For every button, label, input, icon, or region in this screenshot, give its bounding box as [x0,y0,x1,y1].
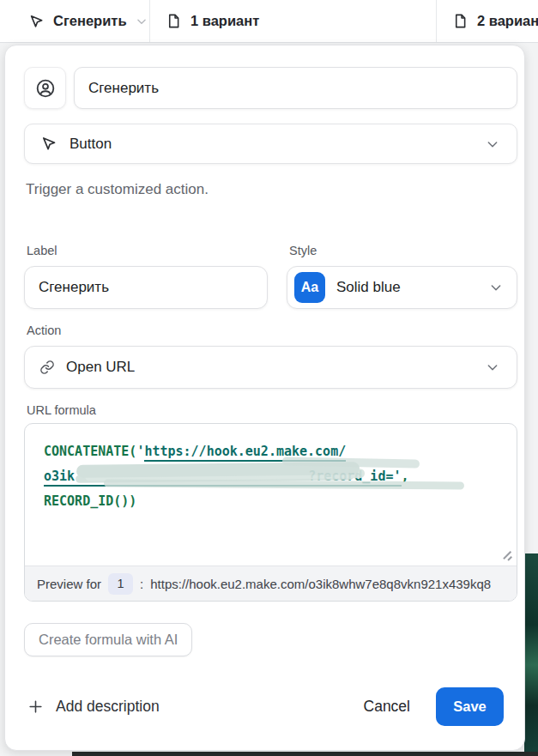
button-cursor-icon [39,135,57,153]
plus-icon [27,699,44,715]
chevron-down-icon [486,360,499,374]
field-name-input[interactable] [74,67,517,109]
cancel-button[interactable]: Cancel [364,698,410,716]
field-header-generate[interactable]: Сгенерить [0,0,149,42]
chevron-down-icon[interactable] [136,15,148,27]
style-value: Solid blue [336,279,478,296]
field-header-label: Сгенерить [53,13,127,29]
action-field-label: Action [27,324,61,337]
field-header-label: 2 вариант [477,13,538,29]
preview-label: Preview for [37,577,101,591]
formula-line-1: CONCATENATE('https://hook.eu2.make.com/ [44,439,499,464]
field-config-popover: Button Trigger a customized action. Labe… [4,45,525,751]
textarea-resize-handle[interactable] [501,550,511,560]
document-icon [166,13,182,29]
chevron-down-icon [489,281,503,294]
formula-field-label: URL formula [27,403,96,417]
preview-url: https://hook.eu2.make.com/o3ik8whw7e8q8v… [150,577,491,591]
popover-footer: Add description Cancel Save [5,674,524,750]
background-image-strip [524,553,538,756]
document-icon [452,13,468,29]
chevron-down-icon [486,137,499,151]
background-bottom-strip [72,752,538,756]
formula-code-area[interactable]: CONCATENATE('https://hook.eu2.make.com/ … [25,424,517,565]
label-field-label: Label [27,244,57,257]
style-field-label: Style [289,244,317,257]
button-cursor-icon [27,13,45,30]
preview-separator: : [140,577,143,591]
url-formula-editor: CONCATENATE('https://hook.eu2.make.com/ … [24,423,517,602]
field-header-variant2[interactable]: 2 вариант [436,0,538,42]
field-icon-picker-button[interactable] [24,67,66,109]
formula-preview-bar: Preview for 1 : https://hook.eu2.make.co… [25,565,517,601]
field-header-label: 1 вариант [190,13,259,29]
preview-record-badge: 1 [108,573,133,595]
field-header-variant1[interactable]: 1 вариант [149,0,436,42]
field-type-select[interactable]: Button [24,124,517,164]
button-style-select[interactable]: Aa Solid blue [287,266,517,309]
link-icon [39,360,55,375]
save-button[interactable]: Save [436,687,504,726]
button-label-input[interactable] [24,266,268,309]
field-type-description: Trigger a customized action. [26,181,209,198]
style-preview-chip: Aa [294,272,325,303]
button-action-select[interactable]: Open URL [24,346,517,389]
action-value: Open URL [66,359,475,376]
create-formula-ai-button[interactable]: Create formula with AI [24,623,192,656]
add-description-button[interactable]: Add description [27,698,160,716]
formula-line-3: RECORD_ID()) [44,489,499,514]
field-type-value: Button [70,136,474,153]
grid-header-row: Сгенерить 1 вариант 2 вариант [0,0,538,43]
user-circle-icon [34,77,57,100]
add-description-label: Add description [56,698,160,716]
